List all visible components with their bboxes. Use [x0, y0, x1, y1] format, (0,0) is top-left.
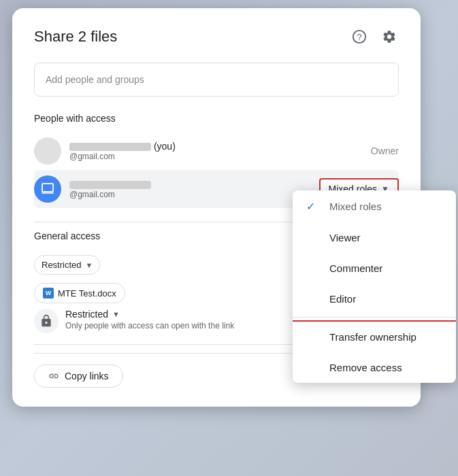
copy-links-button[interactable]: Copy links — [34, 364, 123, 388]
person-email-user2: @gmail.com — [69, 190, 319, 199]
owner-role: Owner — [371, 146, 399, 156]
remove-access-label: Remove access — [329, 362, 402, 373]
copy-links-label: Copy links — [65, 371, 109, 381]
check-icon-mixed: ✓ — [306, 200, 320, 213]
dropdown-item-mixed-roles[interactable]: ✓ Mixed roles — [293, 190, 456, 222]
settings-icon[interactable] — [380, 27, 399, 46]
add-people-input[interactable] — [34, 63, 399, 97]
restricted-info-name: Restricted — [65, 309, 108, 320]
file-tag-label: MTE Test.docx — [58, 288, 116, 299]
name-blur-user2 — [69, 181, 151, 189]
dialog-title: Share 2 files — [34, 28, 117, 46]
person-name-owner: (you) — [69, 141, 365, 152]
you-label: (you) — [154, 141, 176, 152]
dialog-header: Share 2 files ? — [34, 27, 399, 46]
avatar-owner — [34, 137, 61, 165]
person-name-user2 — [69, 179, 319, 190]
people-with-access-label: People with access — [34, 113, 399, 124]
dropdown-item-remove[interactable]: Remove access — [293, 352, 456, 383]
dialog-icons: ? — [350, 27, 399, 46]
transfer-ownership-label: Transfer ownership — [329, 331, 416, 343]
lock-icon-circle — [34, 309, 59, 333]
dropdown-viewer-label: Viewer — [329, 232, 361, 243]
dropdown-editor-label: Editor — [329, 293, 356, 305]
dropdown-mixed-roles-label: Mixed roles — [329, 201, 382, 212]
restricted-chevron: ▼ — [86, 261, 93, 269]
help-icon[interactable]: ? — [350, 27, 369, 46]
dropdown-item-transfer[interactable]: Transfer ownership — [293, 320, 456, 352]
svg-rect-4 — [42, 192, 54, 194]
mixed-roles-dropdown: ✓ Mixed roles Viewer Commenter Editor Tr… — [293, 190, 456, 383]
person-info-user2: @gmail.com — [69, 179, 319, 199]
dropdown-commenter-label: Commenter — [329, 262, 382, 274]
restricted-info-chevron: ▼ — [112, 310, 120, 318]
restricted-dropdown[interactable]: Restricted ▼ — [34, 255, 100, 275]
dropdown-item-editor[interactable]: Editor — [293, 284, 456, 314]
svg-text:?: ? — [357, 32, 361, 42]
dropdown-item-viewer[interactable]: Viewer — [293, 222, 456, 253]
dropdown-divider — [293, 317, 456, 318]
restricted-label: Restricted — [42, 260, 82, 270]
avatar-user2 — [34, 175, 61, 203]
person-email-owner: @gmail.com — [69, 152, 365, 161]
dropdown-item-commenter[interactable]: Commenter — [293, 253, 456, 284]
person-info-owner: (you) @gmail.com — [69, 141, 365, 161]
word-icon: W — [43, 288, 54, 299]
file-tag-docx[interactable]: W MTE Test.docx — [34, 283, 125, 303]
svg-rect-3 — [43, 184, 52, 191]
link-icon — [48, 371, 59, 381]
name-blur-owner — [69, 143, 151, 151]
person-row-owner: (you) @gmail.com Owner — [34, 132, 399, 170]
